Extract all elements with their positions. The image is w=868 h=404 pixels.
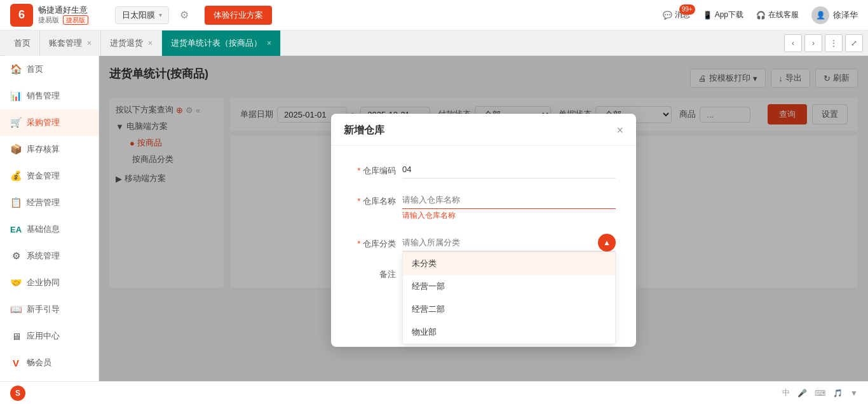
main-layout: 🏠 首页 📊 销售管理 🛒 采购管理 📦 库存核算 💰 资金管理 📋 经营管理 … (0, 56, 868, 404)
inventory-icon: 📦 (10, 144, 22, 155)
music-icon[interactable]: 🎵 (833, 389, 843, 398)
tab-home-label: 首页 (14, 37, 31, 49)
sidebar-label-operations: 经营管理 (27, 197, 60, 208)
warehouse-category-row: 仓库分类 ▲ 未分类 (351, 234, 616, 252)
name-input[interactable] (402, 191, 616, 209)
dropdown-item-dept2[interactable]: 经营二部 (403, 298, 615, 321)
tab-purchase-stats-close-icon[interactable]: × (267, 39, 271, 48)
logo-icon: 6 (10, 4, 33, 27)
purchase-icon: 🛒 (10, 117, 22, 128)
sidebar-label-app-center: 应用中心 (27, 330, 60, 342)
dropdown-item-uncategorized[interactable]: 未分类 (403, 252, 615, 275)
sidebar-item-vip[interactable]: V 畅会员 (0, 349, 98, 376)
sidebar-item-enterprise[interactable]: 🤝 企业协同 (0, 269, 98, 296)
dropdown-item-dept1-label: 经营一部 (412, 281, 445, 291)
s-logo: S (10, 386, 25, 401)
sidebar-item-home[interactable]: 🏠 首页 (0, 56, 98, 83)
more-icon[interactable]: ▼ (850, 389, 858, 398)
sidebar-label-home: 首页 (27, 64, 43, 75)
customer-service-button[interactable]: 🎧 在线客服 (756, 10, 799, 20)
operations-icon: 📋 (10, 197, 22, 208)
message-icon: 💬 (663, 11, 672, 20)
message-badge: 99+ (679, 4, 695, 15)
logo-badge: 捷易版 (63, 15, 88, 25)
logo-area: 6 畅捷通好生意 捷易版 捷易版 (10, 4, 109, 27)
tab-menu-button[interactable]: ⋮ (825, 34, 843, 52)
company-selector[interactable]: 日太阳膜 (115, 6, 169, 24)
user-name: 徐泽华 (833, 10, 858, 21)
mic-icon[interactable]: 🎤 (797, 389, 807, 398)
tab-fullscreen-button[interactable]: ⤢ (845, 34, 863, 52)
bottom-bar: S 中 🎤 ⌨ 🎵 ▼ (0, 381, 868, 404)
tab-purchase-return[interactable]: 进货退货 × (101, 30, 162, 56)
service-label: 在线客服 (768, 10, 799, 20)
tab-bar: 首页 账套管理 × 进货退货 × 进货单统计表（按商品） × ‹ › ⋮ ⤢ (0, 30, 868, 56)
message-button[interactable]: 💬 消息 99+ (663, 10, 690, 20)
basic-info-icon: EA (10, 224, 22, 235)
tab-controls: ‹ › ⋮ ⤢ (784, 34, 863, 52)
modal-body: 仓库编码 仓库名称 请输入仓库名称 (331, 145, 636, 307)
tab-account-label: 账套管理 (49, 37, 82, 49)
sidebar: 🏠 首页 📊 销售管理 🛒 采购管理 📦 库存核算 💰 资金管理 📋 经营管理 … (0, 56, 99, 404)
content-area: 进货单统计(按商品) 🖨 按模板打印 ↓ 导出 ↻ 刷新 (99, 56, 868, 404)
sidebar-item-finance[interactable]: 💰 资金管理 (0, 163, 98, 189)
warehouse-name-row: 仓库名称 请输入仓库名称 (351, 191, 616, 221)
category-dropdown-arrow[interactable]: ▲ (598, 234, 616, 252)
code-field (402, 161, 616, 178)
sidebar-label-enterprise: 企业协同 (27, 277, 60, 288)
sidebar-label-guide: 新手引导 (27, 304, 60, 315)
dropdown-item-dept2-label: 经营二部 (412, 304, 445, 314)
name-error: 请输入仓库名称 (402, 210, 616, 221)
settings-icon[interactable]: ⚙ (174, 5, 194, 25)
tab-home[interactable]: 首页 (5, 30, 40, 56)
tab-scroll-left-button[interactable]: ‹ (784, 34, 802, 52)
lang-icon[interactable]: 中 (782, 387, 790, 398)
tab-purchase-return-close-icon[interactable]: × (148, 39, 153, 48)
sidebar-item-app-center[interactable]: 🖥 应用中心 (0, 323, 98, 349)
sidebar-item-inventory[interactable]: 📦 库存核算 (0, 136, 98, 163)
sidebar-label-inventory: 库存核算 (27, 144, 60, 155)
tab-account-close-icon[interactable]: × (87, 39, 92, 48)
phone-icon: 📱 (703, 11, 712, 20)
sales-icon: 📊 (10, 90, 22, 102)
sidebar-item-system[interactable]: ⚙ 系统管理 (0, 243, 98, 269)
dropdown-item-property[interactable]: 物业部 (403, 321, 615, 344)
sidebar-item-purchase[interactable]: 🛒 采购管理 (0, 109, 98, 136)
tab-purchase-stats[interactable]: 进货单统计表（按商品） × (162, 30, 281, 56)
category-dropdown: 未分类 经营一部 经营二部 物业部 (402, 252, 616, 344)
chevron-up-icon: ▲ (603, 238, 611, 247)
dropdown-item-dept1[interactable]: 经营一部 (403, 275, 615, 298)
top-header: 6 畅捷通好生意 捷易版 捷易版 日太阳膜 ⚙ 体验行业方案 💬 消息 99+ … (0, 0, 868, 30)
headset-icon: 🎧 (756, 11, 766, 20)
notes-label: 备注 (351, 264, 402, 280)
user-avatar: 👤 (811, 6, 829, 24)
keyboard-icon[interactable]: ⌨ (815, 389, 825, 398)
finance-icon: 💰 (10, 170, 22, 182)
enterprise-icon: 🤝 (10, 277, 22, 288)
dropdown-item-property-label: 物业部 (412, 327, 437, 337)
system-icon: ⚙ (10, 250, 22, 262)
user-menu-button[interactable]: 👤 徐泽华 (811, 6, 858, 24)
sidebar-item-sales[interactable]: 📊 销售管理 (0, 83, 98, 109)
sidebar-label-purchase: 采购管理 (27, 117, 60, 128)
code-input[interactable] (402, 161, 616, 178)
logo-text: 畅捷通好生意 (38, 5, 88, 16)
code-label: 仓库编码 (351, 161, 402, 177)
app-center-icon: 🖥 (10, 330, 22, 342)
sidebar-label-vip: 畅会员 (27, 357, 51, 368)
category-input[interactable] (402, 234, 616, 252)
company-name: 日太阳膜 (122, 10, 155, 21)
sidebar-item-guide[interactable]: 📖 新手引导 (0, 296, 98, 323)
sidebar-item-basic-info[interactable]: EA 基础信息 (0, 216, 98, 243)
tab-scroll-right-button[interactable]: › (804, 34, 822, 52)
modal-close-icon[interactable]: × (616, 125, 623, 136)
bottom-left: S (10, 386, 25, 401)
experience-button[interactable]: 体验行业方案 (205, 6, 272, 25)
add-warehouse-modal: 新增仓库 × 仓库编码 仓库名称 (331, 114, 636, 347)
home-icon: 🏠 (10, 64, 22, 75)
tab-account[interactable]: 账套管理 × (40, 30, 101, 56)
sidebar-label-system: 系统管理 (27, 250, 60, 262)
warehouse-code-row: 仓库编码 (351, 161, 616, 178)
app-download-button[interactable]: 📱 App下载 (703, 10, 743, 20)
sidebar-item-operations[interactable]: 📋 经营管理 (0, 189, 98, 216)
